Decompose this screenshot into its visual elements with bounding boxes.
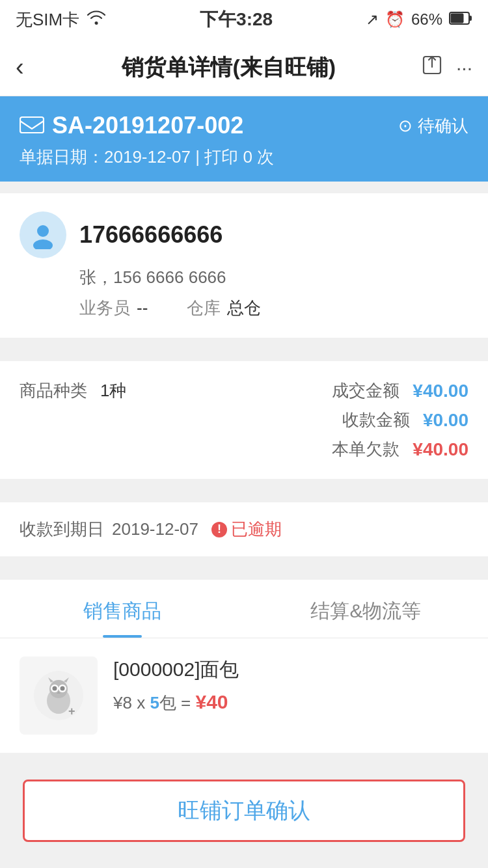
svg-rect-1 <box>469 16 472 21</box>
confirm-order-button[interactable]: 旺铺订单确认 <box>23 780 465 842</box>
status-right: ↗ ⏰ 66% <box>366 10 472 29</box>
battery-icon <box>449 10 472 29</box>
overdue-text: 已逾期 <box>231 518 282 541</box>
product-price-row: ¥8 x 5包 = ¥40 <box>113 691 468 714</box>
tab-sales-products[interactable]: 销售商品 <box>0 580 244 638</box>
due-label: 收款到期日 <box>20 518 104 541</box>
collection-label: 收款金额 <box>342 409 410 431</box>
avatar <box>20 211 66 258</box>
transaction-value: ¥40.00 <box>413 381 468 401</box>
share-button[interactable] <box>421 54 443 81</box>
debt-label: 本单欠款 <box>332 438 400 461</box>
customer-meta: 业务员 -- 仓库 总仓 <box>20 297 468 319</box>
warehouse-label: 仓库 <box>187 297 221 319</box>
product-thumbnail: + <box>20 657 98 735</box>
location-icon: ↗ <box>366 10 379 29</box>
svg-point-13 <box>61 686 65 691</box>
salesperson-label: 业务员 <box>79 297 130 319</box>
alarm-icon: ⏰ <box>385 10 405 29</box>
clock-icon: ⊙ <box>398 116 413 136</box>
salesperson-item: 业务员 -- <box>79 297 148 319</box>
status-time: 下午3:28 <box>200 7 273 32</box>
order-header: SA-20191207-002 ⊙ 待确认 单据日期：2019-12-07 | … <box>0 96 488 182</box>
confirm-button-wrapper: 旺铺订单确认 <box>23 780 465 842</box>
summary-right: 成交金额 ¥40.00 收款金额 ¥0.00 本单欠款 ¥40.00 <box>332 379 468 461</box>
svg-point-6 <box>33 239 53 249</box>
separator-2 <box>0 349 488 361</box>
warehouse-value: 总仓 <box>227 297 261 319</box>
status-bar: 无SIM卡 下午3:28 ↗ ⏰ 66% <box>0 0 488 39</box>
nav-bar: ‹ 销货单详情(来自旺铺) ··· <box>0 39 488 96</box>
product-type-label: 商品种类 <box>20 379 87 402</box>
product-info: [0000002]面包 ¥8 x 5包 = ¥40 <box>113 657 468 714</box>
overdue-badge: ! 已逾期 <box>211 518 282 541</box>
collection-row: 收款金额 ¥0.00 <box>342 409 468 431</box>
collection-value: ¥0.00 <box>423 410 468 431</box>
product-item: + [0000002]面包 ¥8 x 5包 = ¥40 <box>0 638 488 753</box>
transaction-row: 成交金额 ¥40.00 <box>332 379 468 402</box>
overdue-icon: ! <box>211 522 227 537</box>
battery-label: 66% <box>411 10 442 29</box>
svg-rect-4 <box>20 117 44 133</box>
product-section: + [0000002]面包 ¥8 x 5包 = ¥40 <box>0 638 488 753</box>
page-title: 销货单详情(来自旺铺) <box>37 53 421 83</box>
summary-left: 商品种类 1种 <box>20 379 126 402</box>
product-type-row: 商品种类 1种 <box>20 379 126 402</box>
tabs-section: 销售商品 结算&物流等 <box>0 580 488 638</box>
order-icon <box>20 112 44 139</box>
order-id-text: SA-20191207-002 <box>52 112 243 139</box>
due-date-value: 2019-12-07 <box>112 519 198 539</box>
due-section: 收款到期日 2019-12-07 ! 已逾期 <box>0 502 488 556</box>
salesperson-value: -- <box>137 298 148 318</box>
warehouse-item: 仓库 总仓 <box>187 297 261 319</box>
svg-rect-2 <box>450 14 463 23</box>
customer-section: 17666666666 张，156 6666 6666 业务员 -- 仓库 总仓 <box>0 193 488 338</box>
svg-point-5 <box>37 225 49 237</box>
separator-3 <box>0 491 488 502</box>
nav-actions: ··· <box>421 54 472 81</box>
svg-text:+: + <box>68 705 75 718</box>
transaction-label: 成交金额 <box>332 379 400 402</box>
summary-section: 商品种类 1种 成交金额 ¥40.00 收款金额 ¥0.00 本单欠款 ¥40.… <box>0 361 488 479</box>
debt-value: ¥40.00 <box>413 439 468 460</box>
status-left: 无SIM卡 <box>16 8 107 31</box>
tabs-bar: 销售商品 结算&物流等 <box>0 580 488 638</box>
order-date: 单据日期：2019-12-07 | 打印 0 次 <box>20 146 468 169</box>
customer-name-phone: 张，156 6666 6666 <box>20 266 468 289</box>
order-status: ⊙ 待确认 <box>398 115 468 137</box>
svg-point-11 <box>53 686 57 691</box>
separator-4 <box>0 568 488 580</box>
product-type-value: 1种 <box>100 379 126 402</box>
tab-settlement[interactable]: 结算&物流等 <box>244 580 488 638</box>
no-sim-label: 无SIM卡 <box>16 8 79 31</box>
product-name: [0000002]面包 <box>113 657 468 683</box>
wifi-icon <box>86 10 107 30</box>
separator-1 <box>0 182 488 193</box>
debt-row: 本单欠款 ¥40.00 <box>332 438 468 461</box>
order-id-row: SA-20191207-002 <box>20 112 243 139</box>
customer-phone: 17666666666 <box>79 221 223 249</box>
more-button[interactable]: ··· <box>456 57 472 79</box>
back-button[interactable]: ‹ <box>16 53 24 81</box>
order-status-text: 待确认 <box>418 115 468 137</box>
